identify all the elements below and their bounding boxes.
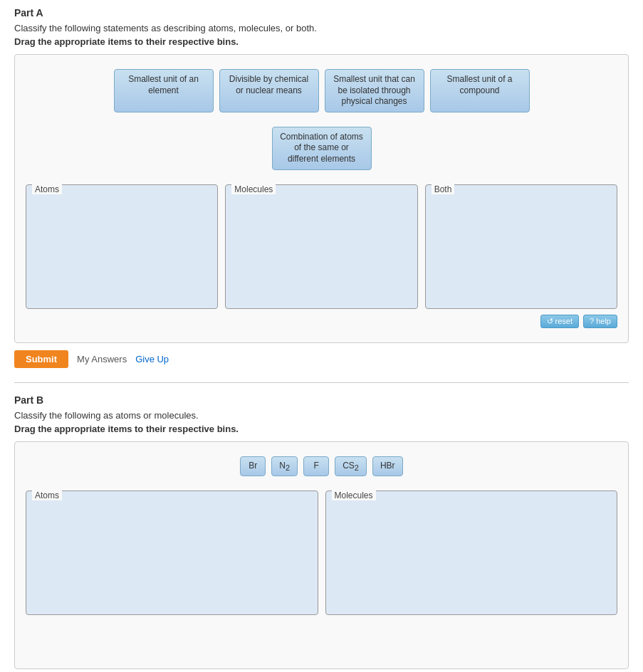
part-a-items-row-2: Combination of atoms of the same or diff…: [26, 127, 617, 170]
controls-row: ↺ reset ? help: [26, 315, 617, 328]
f-label: F: [313, 461, 318, 471]
bin-atoms[interactable]: Atoms: [26, 184, 218, 309]
n2-sub: 2: [286, 463, 290, 472]
part-b-bins-row: Atoms Molecules: [26, 490, 617, 615]
bin-molecules[interactable]: Molecules: [225, 184, 417, 309]
part-b-items-row: Br N2 F CS2 HBr: [26, 456, 617, 476]
bin-both-label: Both: [432, 184, 455, 194]
bin-atoms-label: Atoms: [32, 184, 62, 194]
reset-label: reset: [555, 317, 573, 325]
drag-item-br[interactable]: Br: [240, 456, 266, 476]
drag-item-hbr[interactable]: HBr: [372, 456, 403, 476]
part-a-section: Part A Classify the following statements…: [14, 7, 629, 368]
bin-atoms-b-label: Atoms: [32, 490, 62, 500]
section-divider: [14, 382, 629, 383]
drag-item-4[interactable]: Smallest unit of a compound: [430, 69, 530, 112]
drag-item-2[interactable]: Divisible by chemical or nuclear means: [219, 69, 319, 112]
bin-both[interactable]: Both: [425, 184, 617, 309]
part-a-drag-area: Smallest unit of an element Divisible by…: [14, 54, 629, 343]
help-label: ? help: [590, 317, 611, 325]
drag-item-cs2[interactable]: CS2: [335, 456, 367, 476]
drag-item-f[interactable]: F: [303, 456, 329, 476]
drag-item-5[interactable]: Combination of atoms of the same or diff…: [272, 127, 372, 170]
drag-item-1[interactable]: Smallest unit of an element: [114, 69, 214, 112]
part-a-instruction: Drag the appropriate items to their resp…: [14, 36, 629, 47]
part-b-title: Part B: [14, 394, 629, 406]
part-a-items-row: Smallest unit of an element Divisible by…: [26, 69, 617, 112]
bin-molecules-label: Molecules: [231, 184, 276, 194]
action-row: Submit My Answers Give Up: [14, 350, 629, 368]
drag-item-n2[interactable]: N2: [271, 456, 298, 476]
give-up-link[interactable]: Give Up: [135, 354, 169, 364]
part-b-description: Classify the following as atoms or molec…: [14, 410, 629, 421]
part-a-title: Part A: [14, 7, 629, 19]
n2-label: N2: [279, 461, 290, 471]
part-b-instruction: Drag the appropriate items to their resp…: [14, 424, 629, 434]
reset-button[interactable]: ↺ reset: [540, 315, 579, 328]
reset-icon: ↺: [547, 317, 553, 326]
bin-molecules-b[interactable]: Molecules: [325, 490, 618, 615]
br-label: Br: [249, 461, 257, 471]
bin-atoms-b[interactable]: Atoms: [26, 490, 318, 615]
my-answers-text: My Answers: [77, 354, 127, 364]
part-b-section: Part B Classify the following as atoms o…: [14, 394, 629, 669]
part-b-drag-area: Br N2 F CS2 HBr Atoms Molecules: [14, 441, 629, 669]
part-a-bins-row: Atoms Molecules Both: [26, 184, 617, 309]
cs2-sub: 2: [355, 463, 359, 472]
hbr-label: HBr: [380, 461, 395, 471]
drag-item-3[interactable]: Smallest unit that can be isolated throu…: [325, 69, 424, 112]
help-button[interactable]: ? help: [583, 315, 617, 328]
bin-molecules-b-label: Molecules: [332, 490, 376, 500]
cs2-label: CS2: [343, 461, 359, 471]
part-a-description: Classify the following statements as des…: [14, 23, 629, 33]
submit-button[interactable]: Submit: [14, 350, 68, 368]
